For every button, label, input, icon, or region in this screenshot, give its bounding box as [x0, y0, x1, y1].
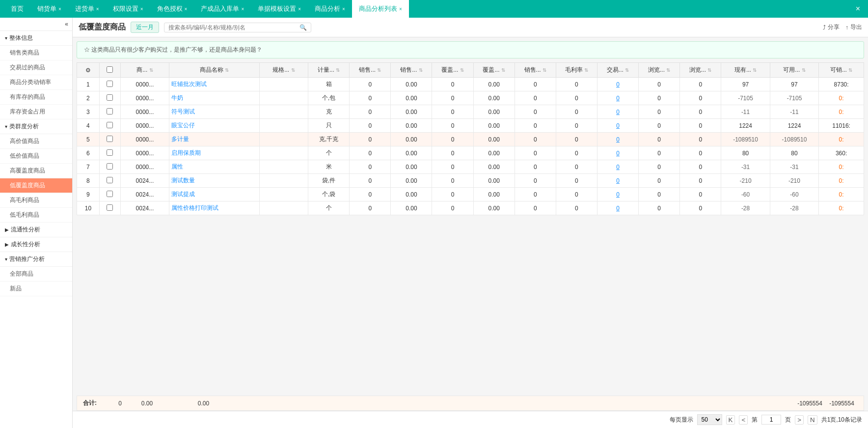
col-gear[interactable]: ⚙ — [77, 63, 100, 78]
nav-purchase-order[interactable]: 进货单 × — [68, 0, 106, 18]
export-button[interactable]: ↑ 导出 — [845, 23, 862, 31]
col-browse2[interactable]: 浏览... ⇅ — [680, 63, 721, 78]
nav-product-analysis-list[interactable]: 商品分析列表 × — [352, 0, 409, 18]
row-checkbox-cell[interactable] — [99, 78, 120, 91]
nav-role-auth-close[interactable]: × — [185, 6, 188, 12]
row-checkbox[interactable] — [107, 136, 113, 142]
nav-finished-goods[interactable]: 产成品入库单 × — [194, 0, 251, 18]
row-name[interactable]: 属性 — [169, 160, 260, 174]
sidebar-item-sales-goods[interactable]: 销售类商品 — [0, 46, 72, 60]
row-name[interactable]: 启用保质期 — [169, 146, 260, 160]
nav-sales-order[interactable]: 销货单 × — [30, 0, 68, 18]
sidebar-item-high-coverage[interactable]: 高覆盖度商品 — [0, 164, 72, 178]
sidebar-item-stocked-goods[interactable]: 有库存的商品 — [0, 90, 72, 105]
col-name[interactable]: 商品名称 ⇅ — [169, 63, 260, 78]
sidebar-collapse-button[interactable]: « — [0, 18, 72, 31]
row-checkbox[interactable] — [107, 149, 113, 156]
row-checkbox-cell[interactable] — [99, 160, 120, 174]
row-name[interactable]: 牛奶 — [169, 91, 260, 105]
row-name[interactable]: 测试提成 — [169, 188, 260, 201]
page-input[interactable] — [761, 415, 781, 425]
col-transaction[interactable]: 交易... ⇅ — [597, 63, 638, 78]
row-name[interactable]: 眼宝公仔 — [169, 119, 260, 133]
col-saleable[interactable]: 可销... ⇅ — [819, 63, 864, 78]
col-browse1[interactable]: 浏览... ⇅ — [639, 63, 680, 78]
row-name[interactable]: 属性价格打印测试 — [169, 201, 260, 215]
sidebar-item-high-profit[interactable]: 高毛利商品 — [0, 193, 72, 208]
nav-permission-settings[interactable]: 权限设置 × — [106, 0, 150, 18]
select-all-checkbox[interactable] — [107, 66, 113, 73]
sidebar-item-traded-goods[interactable]: 交易过的商品 — [0, 60, 72, 75]
next-page-button[interactable]: > — [795, 415, 804, 425]
col-gross-margin[interactable]: 毛利率 ⇅ — [556, 63, 597, 78]
nav-finished-goods-close[interactable]: × — [241, 6, 244, 12]
sidebar-item-new-goods[interactable]: 新品 — [0, 282, 72, 296]
row-no: 5 — [77, 133, 100, 146]
sidebar-section-overall[interactable]: ▾ 整体信息 — [0, 31, 72, 46]
row-checkbox-cell[interactable] — [99, 105, 120, 119]
sidebar-item-low-value[interactable]: 低价值商品 — [0, 149, 72, 164]
per-page-select[interactable]: 50 20 100 — [697, 414, 722, 425]
row-checkbox[interactable] — [107, 94, 113, 101]
row-available-stock: -1089510 — [770, 133, 818, 146]
col-spec[interactable]: 规格... ⇅ — [259, 63, 308, 78]
first-page-button[interactable]: K — [726, 415, 735, 425]
search-input[interactable] — [168, 24, 299, 31]
row-checkbox[interactable] — [107, 81, 113, 87]
row-checkbox[interactable] — [107, 177, 113, 183]
row-checkbox[interactable] — [107, 204, 113, 211]
row-checkbox-cell[interactable] — [99, 201, 120, 215]
row-checkbox-cell[interactable] — [99, 133, 120, 146]
row-name[interactable]: 多计量 — [169, 133, 260, 146]
sidebar-item-low-coverage[interactable]: 低覆盖度商品 — [0, 178, 72, 193]
sidebar-item-high-value[interactable]: 高价值商品 — [0, 134, 72, 149]
row-checkbox[interactable] — [107, 191, 113, 197]
col-cov1[interactable]: 覆盖... ⇅ — [432, 63, 473, 78]
row-checkbox-cell[interactable] — [99, 174, 120, 188]
sidebar-item-inventory-capital[interactable]: 库存资金占用 — [0, 105, 72, 119]
col-cov2[interactable]: 覆盖... ⇅ — [473, 63, 515, 78]
col-available-stock[interactable]: 可用... ⇅ — [770, 63, 818, 78]
nav-purchase-order-close[interactable]: × — [96, 6, 99, 12]
row-gross: 0 — [556, 174, 597, 188]
share-button[interactable]: ⤴ 分享 — [823, 23, 840, 31]
sidebar-section-flow-analysis[interactable]: ▶ 流通性分析 — [0, 223, 72, 237]
col-sales-extra[interactable]: 销售... ⇅ — [515, 63, 556, 78]
row-checkbox-cell[interactable] — [99, 146, 120, 160]
col-code[interactable]: 商... ⇅ — [120, 63, 169, 78]
nav-product-analysis-close[interactable]: × — [342, 6, 345, 12]
sidebar-section-marketing-analysis[interactable]: ▾ 营销推广分析 — [0, 252, 72, 267]
nav-template-settings-close[interactable]: × — [298, 6, 301, 12]
row-name[interactable]: 测试数量 — [169, 174, 260, 188]
row-checkbox[interactable] — [107, 122, 113, 128]
nav-role-auth[interactable]: 角色授权 × — [150, 0, 194, 18]
row-name[interactable]: 旺辅批次测试 — [169, 78, 260, 91]
row-checkbox[interactable] — [107, 108, 113, 114]
main-layout: « ▾ 整体信息 销售类商品 交易过的商品 商品分类动销率 有库存的商品 库存资… — [0, 18, 868, 428]
row-checkbox-cell[interactable] — [99, 91, 120, 105]
prev-page-button[interactable]: < — [739, 415, 748, 425]
col-unit[interactable]: 计量... ⇅ — [308, 63, 350, 78]
last-page-button[interactable]: N — [808, 415, 817, 425]
sidebar-item-low-profit[interactable]: 低毛利商品 — [0, 208, 72, 223]
nav-product-analysis[interactable]: 商品分析 × — [308, 0, 352, 18]
nav-product-analysis-list-close[interactable]: × — [399, 6, 402, 12]
nav-permission-settings-close[interactable]: × — [140, 6, 143, 12]
row-checkbox-cell[interactable] — [99, 188, 120, 201]
nav-template-settings[interactable]: 单据模板设置 × — [251, 0, 308, 18]
row-cov2: 0.00 — [473, 133, 515, 146]
row-checkbox-cell[interactable] — [99, 119, 120, 133]
sidebar-item-category-rate[interactable]: 商品分类动销率 — [0, 75, 72, 90]
sidebar-section-growth-analysis[interactable]: ▶ 成长性分析 — [0, 237, 72, 252]
nav-home[interactable]: 首页 — [4, 0, 30, 18]
nav-sales-order-close[interactable]: × — [58, 6, 61, 12]
row-name[interactable]: 符号测试 — [169, 105, 260, 119]
sidebar-section-group-analysis[interactable]: ▾ 类群度分析 — [0, 119, 72, 134]
row-checkbox[interactable] — [107, 163, 113, 170]
col-sales-qty[interactable]: 销售... ⇅ — [350, 63, 391, 78]
col-sales-amt[interactable]: 销售... ⇅ — [391, 63, 432, 78]
sidebar-item-all-goods[interactable]: 全部商品 — [0, 267, 72, 282]
window-close-button[interactable]: × — [852, 4, 864, 13]
filter-recent-month-button[interactable]: 近一月 — [131, 22, 159, 33]
col-current-stock[interactable]: 现有... ⇅ — [721, 63, 770, 78]
